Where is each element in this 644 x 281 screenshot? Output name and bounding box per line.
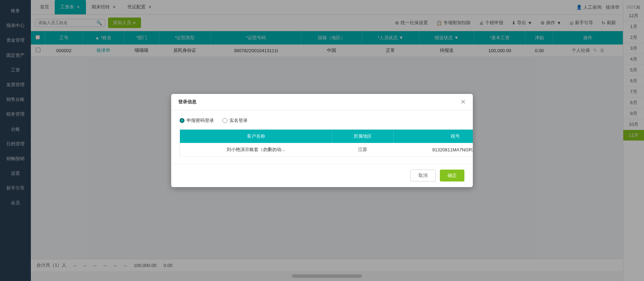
modal-col-region: 所属地区	[332, 130, 394, 143]
modal-col-tax-no: 税号	[394, 130, 473, 143]
modal-footer: 取消 确定	[171, 164, 473, 187]
modal-table-row: 刘小艳演示账套（勿删勿动... 江苏 91320811MA7NGR2...	[180, 143, 473, 157]
radio-password[interactable]	[180, 118, 185, 123]
login-type-radio-group: 申报密码登录 实名登录	[180, 117, 464, 124]
confirm-button[interactable]: 确定	[440, 170, 464, 181]
login-info-modal: 登录信息 ✕ 申报密码登录 实名登录 客户名称 所属地区	[171, 94, 473, 187]
modal-body: 申报密码登录 实名登录 客户名称 所属地区 税号 个税密码	[171, 110, 473, 164]
modal-cell-tax-no: 91320811MA7NGR2...	[394, 143, 473, 157]
modal-title: 登录信息	[178, 99, 196, 105]
radio-label-realname[interactable]: 实名登录	[222, 117, 248, 124]
modal-cell-region: 江苏	[332, 143, 394, 157]
modal-header: 登录信息 ✕	[171, 94, 473, 110]
cancel-button[interactable]: 取消	[410, 170, 436, 181]
modal-col-client-name: 客户名称	[180, 130, 332, 143]
modal-close-button[interactable]: ✕	[461, 99, 466, 105]
radio-label-password[interactable]: 申报密码登录	[180, 117, 214, 124]
radio-realname[interactable]	[222, 118, 227, 123]
modal-cell-client-name: 刘小艳演示账套（勿删勿动...	[180, 143, 332, 157]
modal-overlay: 登录信息 ✕ 申报密码登录 实名登录 客户名称 所属地区	[0, 0, 644, 281]
login-info-table: 客户名称 所属地区 税号 个税密码 刘小艳演示账套（勿删勿动... 江苏 913…	[180, 129, 473, 157]
